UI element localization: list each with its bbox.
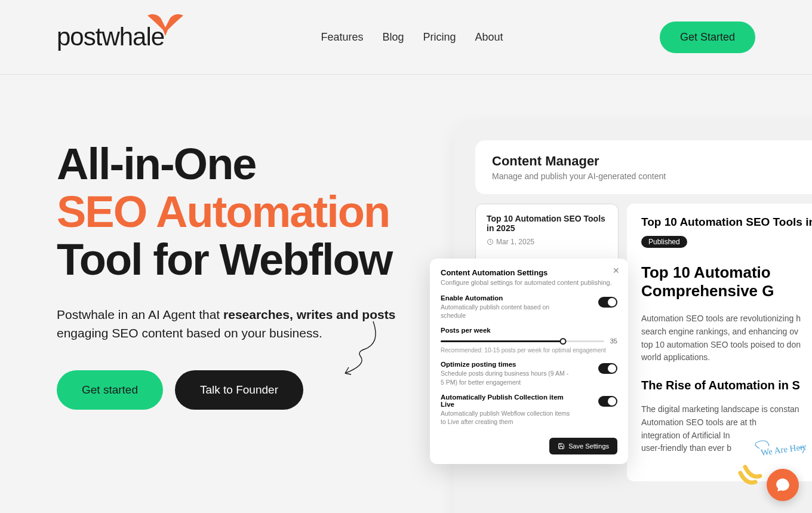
content-item-date-text: Mar 1, 2025 xyxy=(496,238,534,246)
posts-per-week-hint: Recommended: 10-15 posts per week for op… xyxy=(441,347,617,354)
hero-sub-pre: Postwhale in an AI Agent that xyxy=(57,308,223,321)
clock-icon xyxy=(487,238,494,245)
enable-automation-desc: Automatically publish content based on s… xyxy=(441,303,572,320)
hero-sub-post: engaging SEO content based on your busin… xyxy=(57,326,322,340)
brand-logo: postwhale xyxy=(57,23,164,51)
status-badge: Published xyxy=(641,236,687,248)
chat-button[interactable] xyxy=(767,469,799,501)
hero-line1: All-in-One xyxy=(57,139,256,189)
chat-icon xyxy=(775,477,791,493)
posts-per-week-label: Posts per week xyxy=(441,327,617,334)
hero-line3: Tool for Webflow xyxy=(57,235,392,284)
main-nav: Features Blog Pricing About xyxy=(321,31,503,44)
preview-heading: Top 10 Automation SEO Tools in 20 xyxy=(641,216,812,229)
content-manager-subtitle: Manage and publish your AI-generated con… xyxy=(492,171,812,181)
save-icon xyxy=(558,443,565,450)
preview-subheading: The Rise of Automation in S xyxy=(641,379,812,392)
nav-about[interactable]: About xyxy=(475,31,503,44)
optimize-toggle[interactable] xyxy=(598,363,617,374)
talk-to-founder-button[interactable]: Talk to Founder xyxy=(175,370,303,410)
close-icon[interactable]: ✕ xyxy=(613,266,620,275)
optimize-label: Optimize posting times xyxy=(441,361,572,368)
setting-posts-per-week: Posts per week 35 Recommended: 10-15 pos… xyxy=(441,327,617,354)
nav-features[interactable]: Features xyxy=(321,31,363,44)
posts-per-week-slider[interactable] xyxy=(441,340,604,342)
article-preview-panel: Top 10 Automation SEO Tools in 20 Publis… xyxy=(627,204,812,481)
optimize-desc: Schedule posts during business hours (9 … xyxy=(441,369,572,386)
setting-auto-publish: Automatically Publish Collection item Li… xyxy=(441,394,617,426)
content-manager-header-card: Content Manager Manage and publish your … xyxy=(475,140,812,194)
modal-title: Content Automation Settings xyxy=(441,268,617,277)
automation-settings-modal: ✕ Content Automation Settings Configure … xyxy=(430,259,628,464)
hero-title: All-in-One SEO Automation Tool for Webfl… xyxy=(57,140,397,284)
whale-tail-icon xyxy=(147,12,183,36)
setting-optimize-times: Optimize posting times Schedule posts du… xyxy=(441,361,617,386)
setting-enable-automation: Enable Automation Automatically publish … xyxy=(441,294,617,320)
posts-per-week-value: 35 xyxy=(610,337,617,345)
modal-subtitle: Configure global settings for automated … xyxy=(441,279,617,286)
preview-article-title: Top 10 Automatio Comprehensive G xyxy=(641,263,812,300)
site-header: postwhale Features Blog Pricing About Ge… xyxy=(0,0,812,75)
nav-blog[interactable]: Blog xyxy=(383,31,404,44)
enable-automation-label: Enable Automation xyxy=(441,294,572,302)
save-settings-button[interactable]: Save Settings xyxy=(549,438,617,454)
auto-publish-desc: Automatically publish Webflow collection… xyxy=(441,409,572,426)
hero-line2: SEO Automation xyxy=(57,187,389,236)
auto-publish-toggle[interactable] xyxy=(598,396,617,407)
nav-pricing[interactable]: Pricing xyxy=(423,31,456,44)
content-item-title: Top 10 Automation SEO Tools in 2025 xyxy=(487,214,607,233)
preview-paragraph-2: The digital marketing landscape is const… xyxy=(641,403,812,455)
get-started-button[interactable]: Get started xyxy=(57,370,163,410)
enable-automation-toggle[interactable] xyxy=(598,297,617,308)
auto-publish-label: Automatically Publish Collection item Li… xyxy=(441,394,572,408)
save-settings-label: Save Settings xyxy=(568,443,609,450)
curvy-arrow-icon xyxy=(340,320,382,379)
get-started-header-button[interactable]: Get Started xyxy=(660,21,755,53)
preview-paragraph-1: Automation SEO tools are revolutionizing… xyxy=(641,312,812,364)
content-item-date: Mar 1, 2025 xyxy=(487,238,607,246)
content-manager-title: Content Manager xyxy=(492,153,812,169)
